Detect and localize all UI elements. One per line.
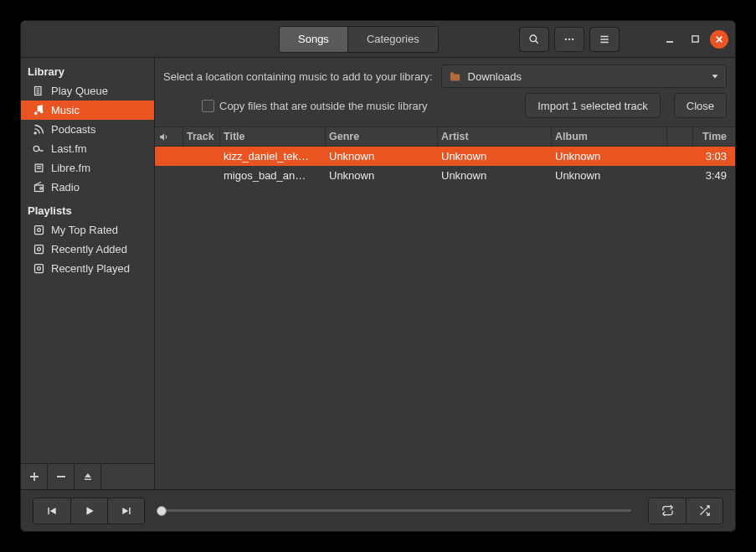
- radio-icon: [33, 181, 46, 193]
- close-button-label: Close: [687, 100, 714, 112]
- view-toggle: Songs Categories: [279, 26, 439, 53]
- playback-mode-buttons: [648, 498, 723, 524]
- sidebar-item-librefm[interactable]: Libre.fm: [21, 158, 154, 178]
- repeat-button[interactable]: [649, 498, 686, 524]
- maximize-icon: [691, 34, 700, 44]
- col-playing[interactable]: [155, 127, 183, 146]
- cell-time: 3:03: [693, 150, 735, 163]
- play-button[interactable]: [70, 498, 107, 524]
- repeat-icon: [661, 504, 674, 517]
- playback-buttons: [33, 498, 145, 524]
- next-icon: [121, 505, 132, 517]
- sidebar-item-play-queue[interactable]: Play Queue: [21, 81, 154, 101]
- col-genre[interactable]: Genre: [326, 127, 438, 146]
- tab-songs[interactable]: Songs: [280, 27, 347, 52]
- seek-track: [162, 509, 631, 512]
- play-icon: [84, 505, 95, 517]
- sidebar-item-radio[interactable]: Radio: [21, 178, 154, 197]
- seek-bar[interactable]: [155, 509, 638, 512]
- sidebar-toolbar: [21, 463, 154, 489]
- sidebar-item-label: Last.fm: [51, 142, 87, 155]
- rss-icon: [33, 123, 46, 136]
- tab-songs-label: Songs: [298, 33, 329, 45]
- smart-playlist-icon: [33, 243, 46, 255]
- window-minimize[interactable]: [660, 29, 680, 49]
- svg-point-16: [40, 111, 44, 114]
- sidebar-item-label: My Top Rated: [51, 224, 118, 236]
- copy-checkbox[interactable]: Copy files that are outside the music li…: [202, 100, 428, 112]
- tab-categories-label: Categories: [367, 33, 419, 45]
- col-title[interactable]: Title: [220, 127, 326, 146]
- cell-album: Unknown: [552, 150, 667, 163]
- track-table-header: Track Title Genre Artist Album Time: [155, 126, 735, 147]
- sidebar-item-label: Music: [51, 104, 80, 116]
- librefm-icon: [33, 162, 46, 174]
- svg-point-3: [568, 38, 570, 39]
- sidebar-item-podcasts[interactable]: Podcasts: [21, 120, 154, 139]
- svg-point-30: [38, 267, 41, 271]
- sidebar-item-label: Recently Played: [51, 262, 130, 275]
- playlist-eject[interactable]: [75, 464, 101, 489]
- svg-rect-9: [692, 36, 697, 42]
- svg-marker-38: [50, 507, 56, 513]
- more-button[interactable]: [554, 27, 584, 52]
- sidebar-item-label: Play Queue: [51, 85, 108, 97]
- svg-marker-39: [86, 507, 93, 514]
- copy-label: Copy files that are outside the music li…: [219, 100, 428, 112]
- svg-rect-35: [85, 479, 91, 481]
- next-button[interactable]: [107, 498, 144, 524]
- cell-genre: Unknown: [326, 169, 438, 182]
- playlist-add[interactable]: [21, 464, 48, 489]
- table-row[interactable]: migos_bad_an… Unknown Unknown Unknown 3:…: [155, 166, 735, 185]
- import-button[interactable]: Import 1 selected track: [525, 93, 661, 118]
- svg-marker-40: [122, 507, 128, 513]
- col-spacer: [667, 127, 693, 146]
- folder-icon: [449, 70, 461, 83]
- sidebar-item-lastfm[interactable]: Last.fm: [21, 139, 154, 158]
- menu-button[interactable]: [589, 27, 620, 52]
- svg-marker-36: [712, 75, 718, 78]
- music-icon: [33, 104, 46, 116]
- seek-thumb[interactable]: [157, 506, 167, 516]
- chevron-down-icon: [711, 72, 719, 80]
- music-player-window: Songs Categories Library: [20, 20, 736, 532]
- col-artist[interactable]: Artist: [438, 127, 552, 146]
- smart-playlist-icon: [33, 224, 46, 236]
- col-album[interactable]: Album: [552, 127, 667, 146]
- window-maximize[interactable]: [685, 29, 705, 49]
- minimize-icon: [665, 34, 675, 44]
- track-table: Track Title Genre Artist Album Time kizz…: [155, 126, 735, 489]
- cell-time: 3:49: [693, 169, 735, 182]
- cell-title: migos_bad_an…: [220, 169, 326, 182]
- svg-line-1: [536, 40, 538, 43]
- minus-icon: [56, 472, 66, 482]
- search-icon: [528, 34, 540, 45]
- table-row[interactable]: kizz_daniel_tek… Unknown Unknown Unknown…: [155, 147, 735, 166]
- lastfm-icon: [33, 142, 46, 155]
- col-time[interactable]: Time: [693, 127, 735, 146]
- cell-artist: Unknown: [438, 169, 552, 182]
- sidebar-item-top-rated[interactable]: My Top Rated: [21, 220, 154, 240]
- plus-icon: [29, 472, 39, 482]
- svg-rect-29: [35, 265, 44, 273]
- tab-categories[interactable]: Categories: [347, 27, 438, 52]
- sidebar-item-music[interactable]: Music: [21, 101, 154, 120]
- import-prompt: Select a location containing music to ad…: [163, 70, 433, 83]
- sidebar-item-recently-played[interactable]: Recently Played: [21, 259, 154, 278]
- window-close[interactable]: [710, 30, 728, 49]
- queue-icon: [33, 85, 46, 97]
- location-dropdown[interactable]: Downloads: [441, 64, 727, 88]
- hamburger-icon: [599, 34, 610, 45]
- shuffle-button[interactable]: [686, 498, 723, 524]
- svg-rect-37: [48, 507, 49, 513]
- svg-point-26: [38, 229, 41, 232]
- close-import-button[interactable]: Close: [674, 93, 727, 118]
- sidebar-item-label: Radio: [51, 181, 80, 193]
- eject-icon: [83, 472, 93, 482]
- search-button[interactable]: [519, 27, 549, 52]
- col-track[interactable]: Track: [183, 127, 220, 146]
- prev-button[interactable]: [33, 498, 70, 524]
- playlist-remove[interactable]: [48, 464, 75, 489]
- svg-rect-27: [35, 245, 44, 254]
- sidebar-item-recently-added[interactable]: Recently Added: [21, 240, 154, 259]
